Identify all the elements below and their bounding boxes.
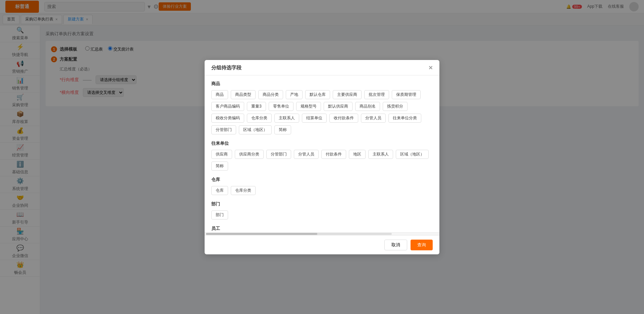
- modal-title: 分组待选字段: [211, 65, 241, 71]
- tag-short-name-product[interactable]: 简称: [274, 125, 291, 134]
- tag-supplier[interactable]: 供应商: [211, 150, 232, 159]
- tag-warehouse-category[interactable]: 仓库分类: [247, 114, 272, 123]
- section-partner: 往来单位 供应商 供应商分类 分管部门 分管人员 付款条件 地区 主联系人 区域…: [211, 140, 433, 171]
- tag-short-name-partner[interactable]: 简称: [211, 162, 228, 171]
- tag-supervisor[interactable]: 分管人员: [361, 114, 386, 123]
- cancel-button[interactable]: 取消: [384, 240, 407, 250]
- tag-settlement-unit[interactable]: 结算单位: [302, 114, 327, 123]
- tag-region-partner[interactable]: 地区: [349, 150, 366, 159]
- tag-product-alias[interactable]: 商品别名: [355, 102, 380, 111]
- tag-default-warehouse[interactable]: 默认仓库: [305, 90, 330, 99]
- section-employee-title: 员工: [211, 226, 433, 232]
- tag-tax-code[interactable]: 税收分类编码: [211, 114, 244, 123]
- modal-header: 分组待选字段 ✕: [205, 60, 439, 75]
- modal-body: 商品 商品 商品类型 商品分类 产地 默认仓库 主要供应商 批次管理 保质期管理…: [205, 75, 439, 232]
- modal-overlay[interactable]: 分组待选字段 ✕ 商品 商品 商品类型 商品分类 产地 默认仓库 主要供应商 批…: [0, 0, 644, 314]
- tag-main-contact[interactable]: 主联系人: [274, 114, 299, 123]
- tag-batch-mgmt[interactable]: 批次管理: [364, 90, 389, 99]
- tag-pick-points[interactable]: 拣货积分: [383, 102, 408, 111]
- tag-retail-unit[interactable]: 零售单位: [269, 102, 293, 111]
- section-partner-title: 往来单位: [211, 140, 433, 146]
- section-product-title: 商品: [211, 81, 433, 87]
- tag-spec-model[interactable]: 规格型号: [296, 102, 321, 111]
- modal-dialog: 分组待选字段 ✕ 商品 商品 商品类型 商品分类 产地 默认仓库 主要供应商 批…: [205, 60, 439, 254]
- tag-product[interactable]: 商品: [211, 90, 228, 99]
- tag-customer-code[interactable]: 客户商品编码: [211, 102, 244, 111]
- tag-product-category[interactable]: 商品分类: [258, 90, 283, 99]
- tag-supplier-category[interactable]: 供应商分类: [235, 150, 264, 159]
- section-product: 商品 商品 商品类型 商品分类 产地 默认仓库 主要供应商 批次管理 保质期管理…: [211, 81, 433, 134]
- tag-expiry-mgmt[interactable]: 保质期管理: [392, 90, 421, 99]
- tag-main-supplier[interactable]: 主要供应商: [333, 90, 362, 99]
- tag-dept[interactable]: 分管部门: [211, 125, 236, 134]
- tag-region-product[interactable]: 区域（地区）: [239, 125, 272, 134]
- tag-default-supplier[interactable]: 默认供应商: [324, 102, 353, 111]
- tag-supervisor-partner[interactable]: 分管人员: [294, 150, 319, 159]
- tag-payment-terms[interactable]: 收付款条件: [329, 114, 358, 123]
- section-warehouse-title: 仓库: [211, 177, 433, 183]
- section-warehouse-tags: 仓库 仓库分类: [211, 186, 433, 195]
- tag-weight[interactable]: 重量3: [247, 102, 266, 111]
- section-warehouse: 仓库 仓库 仓库分类: [211, 177, 433, 195]
- tag-payment-cond[interactable]: 付款条件: [321, 150, 346, 159]
- tag-dept-field[interactable]: 部门: [211, 210, 228, 219]
- tag-warehouse[interactable]: 仓库: [211, 186, 228, 195]
- modal-footer: 取消 查询: [205, 235, 439, 254]
- tag-product-type[interactable]: 商品类型: [231, 90, 256, 99]
- section-partner-tags: 供应商 供应商分类 分管部门 分管人员 付款条件 地区 主联系人 区域（地区） …: [211, 150, 433, 171]
- section-employee: 员工 业务员: [211, 226, 433, 232]
- section-dept-title: 部门: [211, 201, 433, 207]
- tag-region2-partner[interactable]: 区域（地区）: [396, 150, 429, 159]
- modal-close-button[interactable]: ✕: [428, 65, 433, 71]
- tag-dept-partner[interactable]: 分管部门: [266, 150, 291, 159]
- tag-origin[interactable]: 产地: [286, 90, 303, 99]
- section-product-tags: 商品 商品类型 商品分类 产地 默认仓库 主要供应商 批次管理 保质期管理 客户…: [211, 90, 433, 134]
- section-dept: 部门 部门: [211, 201, 433, 219]
- confirm-button[interactable]: 查询: [411, 240, 433, 250]
- tag-main-contact-partner[interactable]: 主联系人: [368, 150, 393, 159]
- tag-partner-category[interactable]: 往来单位分类: [388, 114, 421, 123]
- horizontal-scrollbar[interactable]: [205, 232, 439, 235]
- tag-warehouse-cat[interactable]: 仓库分类: [231, 186, 256, 195]
- section-dept-tags: 部门: [211, 210, 433, 219]
